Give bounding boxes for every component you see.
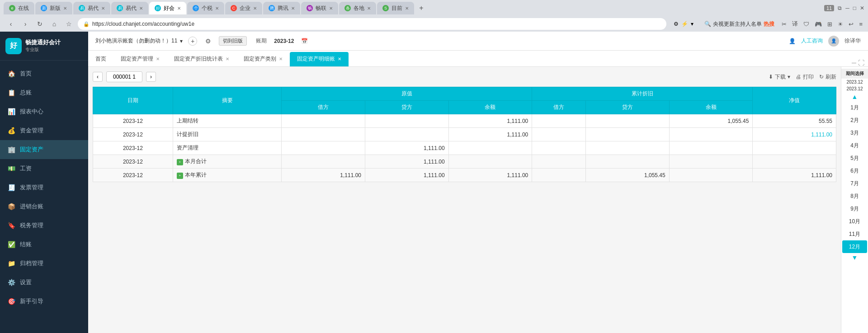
sidebar-item-tax[interactable]: 🔖 税务管理 bbox=[0, 216, 88, 235]
forward-button[interactable]: › bbox=[20, 19, 31, 29]
game-icon[interactable]: 🎮 bbox=[815, 21, 822, 28]
settings-small-icon[interactable]: ⚙ bbox=[203, 36, 213, 47]
user-avatar[interactable]: 👤 bbox=[828, 36, 839, 47]
period-scroll-up[interactable]: ▲ bbox=[841, 92, 868, 101]
period-month-1[interactable]: 1月 bbox=[841, 101, 868, 114]
browser-toolbar: ✂ 译 🛡 🎮 ⊞ ☀ ↩ ≡ bbox=[782, 20, 863, 28]
tab-close-gedi[interactable]: ✕ bbox=[367, 6, 371, 11]
reload-button[interactable]: ↻ bbox=[34, 19, 45, 29]
browser-tab-gedi[interactable]: 各 各地 ✕ bbox=[339, 2, 376, 14]
browser-tab-muqian[interactable]: S 目前 ✕ bbox=[377, 2, 414, 14]
refresh-button[interactable]: ↻ 刷新 bbox=[819, 73, 836, 81]
tab-close-qiye[interactable]: ✕ bbox=[253, 6, 257, 11]
browser-tab-geshui[interactable]: 个 个税 ✕ bbox=[187, 2, 224, 14]
add-account-button[interactable]: + bbox=[188, 37, 197, 46]
sidebar-label-fixed-assets: 固定资产 bbox=[20, 145, 43, 154]
sidebar-item-payroll[interactable]: 💵 工资 bbox=[0, 159, 88, 178]
tab-asset-category[interactable]: 固定资产类别 ✕ bbox=[236, 52, 290, 66]
customer-service-text[interactable]: 人工咨询 bbox=[801, 37, 823, 45]
period-month-7[interactable]: 7月 bbox=[841, 177, 868, 190]
sidebar-item-close[interactable]: ✅ 结账 bbox=[0, 235, 88, 254]
period-edit-icon[interactable]: 📅 bbox=[301, 38, 308, 44]
browser-tab-tengxun[interactable]: 腾 腾讯 ✕ bbox=[263, 2, 300, 14]
period-month-8[interactable]: 8月 bbox=[841, 190, 868, 202]
browser-tab-haohui[interactable]: 好 好会 ✕ bbox=[149, 2, 186, 14]
period-panel: 期间选择 2023.12 2023.12 ▲ 1月 2月 3月 4月 5月 6月… bbox=[841, 67, 868, 333]
tab-depreciation-stats[interactable]: 固定资产折旧统计表 ✕ bbox=[167, 52, 236, 66]
tab-asset-category-close[interactable]: ✕ bbox=[279, 56, 283, 61]
tab-asset-category-label: 固定资产类别 bbox=[244, 55, 276, 63]
tab-close-haohui[interactable]: ✕ bbox=[177, 6, 181, 11]
tab-fixed-asset-management-close[interactable]: ✕ bbox=[156, 56, 160, 61]
page-code-input[interactable]: 000001 1 bbox=[106, 71, 142, 82]
sidebar-item-reports[interactable]: 📊 报表中心 bbox=[0, 102, 88, 121]
menu-icon[interactable]: ≡ bbox=[859, 21, 863, 28]
download-button[interactable]: ⬇ 下载 ▾ bbox=[769, 73, 790, 81]
address-input[interactable]: 🔒 https://cloud.chanjet.com/accounting/u… bbox=[78, 18, 666, 30]
browser-tab-qiye[interactable]: C 企业 ✕ bbox=[225, 2, 262, 14]
period-month-10[interactable]: 10月 bbox=[841, 215, 868, 228]
tab-close-chang[interactable]: ✕ bbox=[329, 6, 333, 11]
browser-restore-icon[interactable]: ⧉ bbox=[838, 5, 842, 11]
browser-tab-yidai1[interactable]: 易 易代 ✕ bbox=[73, 2, 110, 14]
period-month-9[interactable]: 9月 bbox=[841, 202, 868, 215]
sidebar-item-home[interactable]: 🏠 首页 bbox=[0, 64, 88, 83]
sidebar-item-ledger[interactable]: 📋 总账 bbox=[0, 83, 88, 102]
tab-close-tengxun[interactable]: ✕ bbox=[291, 6, 295, 11]
prev-page-button[interactable]: ‹ bbox=[93, 72, 103, 82]
user-dropdown-icon[interactable]: ▾ bbox=[180, 38, 183, 44]
back-button[interactable]: ‹ bbox=[5, 19, 16, 29]
browser-tab-new[interactable]: 新 新版 ✕ bbox=[35, 2, 72, 14]
sidebar-item-fixed-assets[interactable]: 🏢 固定资产 bbox=[0, 140, 88, 159]
sidebar-item-sales[interactable]: 📦 进销台账 bbox=[0, 197, 88, 216]
tab-close-muqian[interactable]: ✕ bbox=[405, 6, 409, 11]
tab-close-geshui[interactable]: ✕ bbox=[215, 6, 219, 11]
period-month-3[interactable]: 3月 bbox=[841, 127, 868, 139]
history-icon[interactable]: ↩ bbox=[849, 21, 854, 28]
tab-fixed-asset-management[interactable]: 固定资产管理 ✕ bbox=[113, 52, 167, 66]
minimize-panel-icon[interactable]: ─ bbox=[852, 59, 856, 66]
search-area[interactable]: 🔍 央视更新主持人名单 热搜 bbox=[704, 20, 774, 28]
switch-version-button[interactable]: 切到旧版 bbox=[219, 36, 247, 46]
period-month-5[interactable]: 5月 bbox=[841, 152, 868, 164]
sidebar-item-funds[interactable]: 💰 资金管理 bbox=[0, 121, 88, 140]
browser-minimize-icon[interactable]: ─ bbox=[845, 5, 849, 11]
sidebar-item-guide[interactable]: 🎯 新手引导 bbox=[0, 292, 88, 311]
tab-depreciation-stats-close[interactable]: ✕ bbox=[226, 56, 229, 61]
sidebar-label-funds: 资金管理 bbox=[20, 127, 43, 135]
tab-asset-detail-ledger-close[interactable]: ✕ bbox=[338, 56, 341, 61]
browser-close-icon[interactable]: ✕ bbox=[860, 5, 864, 11]
shield-icon[interactable]: 🛡 bbox=[803, 21, 809, 28]
browser-tab-yidai2[interactable]: 易 易代 ✕ bbox=[111, 2, 148, 14]
tab-close-new[interactable]: ✕ bbox=[63, 6, 67, 11]
period-month-6[interactable]: 6月 bbox=[841, 164, 868, 177]
tab-close-yidai1[interactable]: ✕ bbox=[101, 6, 105, 11]
tab-asset-detail-ledger[interactable]: 固定资产明细账 ✕ bbox=[290, 52, 349, 66]
print-button[interactable]: 🖨 打印 bbox=[796, 73, 814, 81]
grid-icon[interactable]: ⊞ bbox=[827, 21, 832, 28]
expand-panel-icon[interactable]: ⛶ bbox=[858, 59, 864, 66]
browser-maximize-icon[interactable]: □ bbox=[853, 5, 856, 11]
period-month-11[interactable]: 11月 bbox=[841, 228, 868, 240]
brightness-icon[interactable]: ☀ bbox=[838, 21, 843, 28]
tab-close-yidai2[interactable]: ✕ bbox=[139, 6, 143, 11]
home-button[interactable]: ⌂ bbox=[49, 19, 60, 29]
sidebar-item-invoice[interactable]: 🧾 发票管理 bbox=[0, 178, 88, 197]
app-container: 好 畅捷通好会计 专业版 🏠 首页 📋 总账 📊 报表中心 💰 资金管理 bbox=[0, 32, 868, 333]
new-tab-button[interactable]: + bbox=[415, 2, 428, 14]
period-month-12[interactable]: 12月 bbox=[842, 240, 867, 253]
scissors-icon[interactable]: ✂ bbox=[782, 21, 787, 28]
next-page-button[interactable]: › bbox=[146, 72, 156, 82]
browser-tab-online[interactable]: e 在线 bbox=[4, 2, 34, 14]
translate-icon[interactable]: 译 bbox=[792, 20, 798, 28]
bookmark-button[interactable]: ☆ bbox=[63, 19, 74, 29]
period-month-2[interactable]: 2月 bbox=[841, 114, 868, 127]
browser-tab-chang[interactable]: 畅 畅联 ✕ bbox=[301, 2, 338, 14]
dropdown-icon[interactable]: ▾ bbox=[691, 21, 693, 27]
sidebar-item-archive[interactable]: 📁 归档管理 bbox=[0, 254, 88, 273]
sidebar-item-settings[interactable]: ⚙️ 设置 bbox=[0, 273, 88, 292]
user-info[interactable]: 刘小艳演示账套（勿删勿动！）11 ▾ bbox=[95, 37, 183, 45]
tab-home[interactable]: 首页 bbox=[88, 52, 113, 66]
period-scroll-down[interactable]: ▼ bbox=[841, 253, 868, 262]
period-month-4[interactable]: 4月 bbox=[841, 139, 868, 152]
